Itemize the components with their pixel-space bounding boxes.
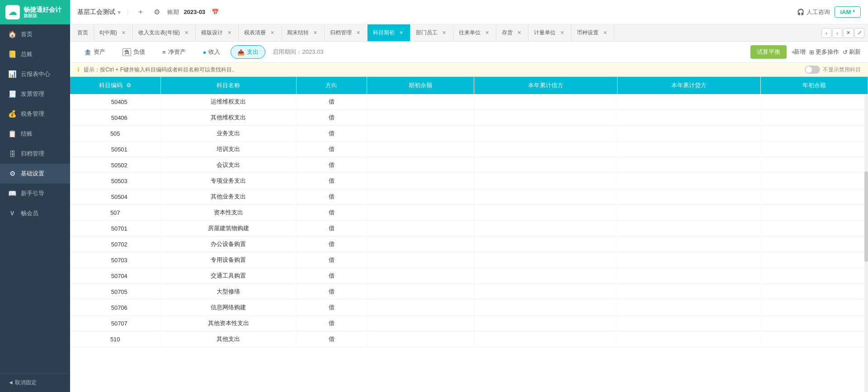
tab-close-all[interactable]: ✕ <box>843 28 854 38</box>
col-settings-icon[interactable]: ⚙ <box>126 82 132 89</box>
tab-currency-close[interactable]: ✕ <box>602 29 609 36</box>
tab-period-end-close[interactable]: ✕ <box>312 29 319 36</box>
tab-units-close[interactable]: ✕ <box>484 29 491 36</box>
support-button[interactable]: 🎧 人工咨询 <box>797 8 830 16</box>
org-name[interactable]: 基层工会测试 ▾ <box>77 8 121 16</box>
settings-tab-button[interactable]: ⚙ <box>151 6 163 18</box>
cell-code: 50406 <box>70 110 160 126</box>
top-header: 基层工会测试 ▾ | ＋ ⚙ 账期 2023-03 📅 🎧 人工咨询 iAM * <box>70 0 868 24</box>
table-row[interactable]: 507 资本性支出 借 <box>70 205 868 221</box>
sidebar-item-tax[interactable]: 💰 税务管理 <box>0 104 70 124</box>
filter-tab-asset[interactable]: 🏦 资产 <box>77 45 112 59</box>
filter-tab-net-asset[interactable]: ≡ 净资产 <box>156 45 193 59</box>
scrollbar-thumb[interactable] <box>864 171 868 262</box>
cell-credit <box>618 126 761 142</box>
table-row[interactable]: 510 其他支出 借 <box>70 331 868 347</box>
cell-balance <box>367 221 474 236</box>
table-row[interactable]: 50707 其他资本性支出 借 <box>70 316 868 331</box>
tab-tax[interactable]: 税表清册 ✕ <box>239 24 282 42</box>
sidebar-item-ledger[interactable]: 📒 总账 <box>0 44 70 64</box>
tab-dept[interactable]: 部门员工 ✕ <box>410 24 453 42</box>
tab-inventory-close[interactable]: ✕ <box>516 29 523 36</box>
sidebar-item-home[interactable]: 🏠 首页 <box>0 24 70 44</box>
iam-button[interactable]: iAM * <box>835 6 861 18</box>
tab-archive[interactable]: 归档管理 ✕ <box>325 24 368 42</box>
cell-code: 50705 <box>70 284 160 300</box>
table-row[interactable]: 50703 专用设备购置 借 <box>70 252 868 268</box>
tab-period-end[interactable]: 期末结转 ✕ <box>282 24 325 42</box>
balance-button[interactable]: 试算平衡 <box>750 45 787 59</box>
tab-dept-close[interactable]: ✕ <box>441 29 448 36</box>
tab-currency[interactable]: 币种设置 ✕ <box>571 24 614 42</box>
sidebar-item-guide[interactable]: 📖 新手引导 <box>0 184 70 203</box>
refresh-button[interactable]: ↺ 刷新 <box>843 48 861 56</box>
sidebar-item-member[interactable]: V 畅会员 <box>0 203 70 223</box>
tab-units-label: 往来单位 <box>459 29 481 37</box>
table-row[interactable]: 50406 其他维权支出 借 <box>70 110 868 126</box>
tab-subject-init[interactable]: 科目期初 ✕ <box>368 24 410 42</box>
tab-measure-close[interactable]: ✕ <box>559 29 566 36</box>
sidebar-footer-label: ◄ 取消固定 <box>8 379 37 387</box>
cell-credit <box>618 300 761 316</box>
more-button[interactable]: ⊞ 更多操作 <box>809 48 839 56</box>
table-row[interactable]: 50704 交通工具购置 借 <box>70 268 868 284</box>
close-nav-icon: 📋 <box>8 130 16 138</box>
calendar-icon[interactable]: 📅 <box>212 9 219 15</box>
tab-scroll-left[interactable]: ‹ <box>821 28 831 38</box>
table-row[interactable]: 50504 其他业务支出 借 <box>70 189 868 205</box>
sidebar: ☁ 畅捷通好会计 旗舰版 🏠 首页 📒 总账 📊 云报表中心 🧾 发票管理 💰 … <box>0 0 70 392</box>
cell-name: 其他资本性支出 <box>160 316 296 331</box>
tab-scroll-right[interactable]: › <box>832 28 842 38</box>
filter-tab-expense-label: 支出 <box>247 48 259 56</box>
period-label: 账期 <box>167 8 179 16</box>
tab-income-close[interactable]: ✕ <box>183 29 190 36</box>
tab-units[interactable]: 往来单位 ✕ <box>453 24 496 42</box>
table-row[interactable]: 50702 办公设备购置 借 <box>70 236 868 252</box>
table-row[interactable]: 50405 运维维权支出 借 <box>70 94 868 110</box>
tab-inventory[interactable]: 存货 ✕ <box>496 24 528 42</box>
table-row[interactable]: 505 业务支出 借 <box>70 126 868 142</box>
sidebar-collapse-btn[interactable]: ◄ 取消固定 <box>0 373 70 392</box>
tab-archive-close[interactable]: ✕ <box>355 29 362 36</box>
app-name: 畅捷通好会计 <box>24 6 61 14</box>
tab-measure[interactable]: 计量单位 ✕ <box>528 24 571 42</box>
tab-subject-init-close[interactable]: ✕ <box>398 29 405 36</box>
add-button[interactable]: ＋ 新增 <box>790 48 806 56</box>
filter-tab-liability[interactable]: 负 负债 <box>116 45 152 59</box>
tab-template[interactable]: 模版设计 ✕ <box>196 24 239 42</box>
cell-direction: 借 <box>296 221 367 236</box>
add-tab-button[interactable]: ＋ <box>135 6 146 18</box>
refresh-icon: ↺ <box>843 49 848 56</box>
sidebar-item-settings[interactable]: ⚙ 基础设置 <box>0 164 70 184</box>
tab-home[interactable]: 首页 <box>72 24 94 42</box>
cell-debit <box>474 221 618 236</box>
tab-period[interactable]: ¢(中期) ✕ <box>94 24 133 42</box>
disable-subject-toggle[interactable] <box>805 66 820 74</box>
cell-code: 50702 <box>70 236 160 252</box>
tab-period-close[interactable]: ✕ <box>120 29 127 36</box>
table-row[interactable]: 50502 会议支出 借 <box>70 157 868 173</box>
tab-tax-close[interactable]: ✕ <box>269 29 276 36</box>
cell-name: 交通工具购置 <box>160 268 296 284</box>
cloud-icon: 📊 <box>8 70 16 78</box>
sidebar-item-archive[interactable]: 🗄 归档管理 <box>0 144 70 164</box>
cell-year-balance <box>761 142 868 157</box>
sidebar-item-close[interactable]: 📋 结账 <box>0 124 70 144</box>
cell-year-balance <box>761 221 868 236</box>
cell-name: 运维维权支出 <box>160 94 296 110</box>
table-row[interactable]: 50501 培训支出 借 <box>70 142 868 157</box>
table-row[interactable]: 50706 信息网络购建 借 <box>70 300 868 316</box>
filter-tab-expense[interactable]: 📤 支出 <box>231 45 265 59</box>
sidebar-item-cloud[interactable]: 📊 云报表中心 <box>0 64 70 84</box>
tab-period-end-label: 期末结转 <box>287 29 309 37</box>
sidebar-item-invoice[interactable]: 🧾 发票管理 <box>0 84 70 104</box>
cell-credit <box>618 316 761 331</box>
table-row[interactable]: 50701 房屋建筑物购建 借 <box>70 221 868 236</box>
tab-template-close[interactable]: ✕ <box>226 29 233 36</box>
table-row[interactable]: 50503 专项业务支出 借 <box>70 173 868 189</box>
tab-income[interactable]: 收入支出表(年报) ✕ <box>133 24 196 42</box>
cell-debit <box>474 205 618 221</box>
table-row[interactable]: 50705 大型修缮 借 <box>70 284 868 300</box>
tab-expand[interactable]: ⤢ <box>854 28 864 38</box>
filter-tab-income[interactable]: ● 收入 <box>196 45 227 59</box>
